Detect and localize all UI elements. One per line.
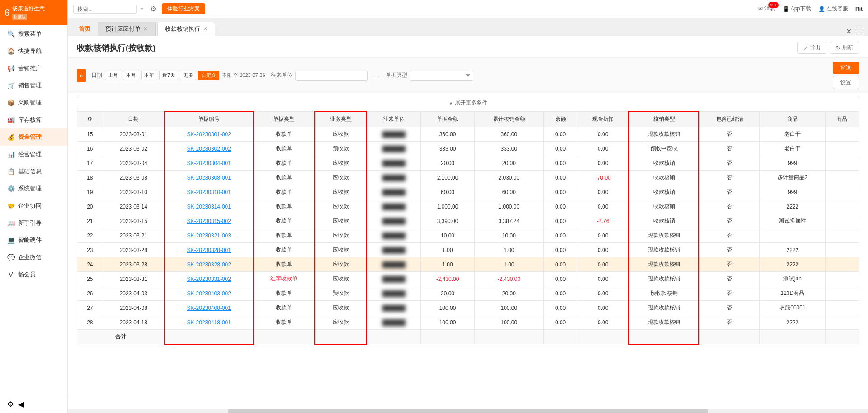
messages-badge[interactable]: ✉ 消息 99+ — [758, 5, 775, 13]
cell-writeoff-type: 现款收款核销 — [629, 301, 699, 315]
filter-date-this-year[interactable]: 本年 — [141, 71, 157, 80]
voucher-no-link[interactable]: SK-20230418-001 — [187, 319, 231, 326]
cell-goods: 测试jun — [760, 272, 826, 286]
cell-biz-type: 应收款 — [315, 127, 367, 142]
table-row: 252023-03-31SK-20230331-002红字收款单应收款█████… — [77, 272, 859, 286]
cell-biz-type: 应收款 — [315, 185, 367, 199]
page-title: 收款核销执行(按收款) — [77, 43, 156, 53]
cell-goods: 衣服00001 — [760, 301, 826, 315]
sidebar-collapse-icon[interactable]: ◀ — [18, 400, 24, 408]
cell-goods: 老白干 — [760, 127, 826, 142]
voucher-no-link[interactable]: SK-20230403-002 — [187, 290, 231, 297]
voucher-no-link[interactable]: SK-20230314-001 — [187, 204, 231, 210]
sidebar-item-basic[interactable]: 📋 基础信息 — [0, 163, 67, 180]
cell-cash-discount: 0.00 — [577, 272, 629, 286]
filter-bar: » 日期 上月 本月 本年 近7天 更多 自定义 不限 至 2023-07-26… — [68, 58, 868, 93]
sidebar-item-corp[interactable]: 🤝 企业协同 — [0, 197, 67, 214]
filter-date-this-month[interactable]: 本月 — [123, 71, 139, 80]
industry-solution-button[interactable]: 体验行业方案 — [162, 3, 205, 14]
sidebar-item-finance[interactable]: 💰 资金管理 — [0, 128, 67, 146]
scroll-thumb[interactable] — [228, 409, 708, 413]
col-goods2-header: 商品 — [825, 111, 859, 127]
page-header-actions: ↗ 导出 ↻ 刷新 — [797, 42, 859, 54]
sidebar-item-quicknav[interactable]: 🏠 快捷导航 — [0, 43, 67, 60]
voucher-no-link[interactable]: SK-20230302-002 — [187, 146, 231, 152]
table-row: 242023-03-28SK-20230328-002收款单应收款██████1… — [77, 257, 859, 272]
table-row: 162023-03-02SK-20230302-002收款单预收款██████3… — [77, 142, 859, 156]
cell-goods2 — [825, 301, 859, 315]
cell-goods2 — [825, 214, 859, 228]
topbar-search-input[interactable] — [73, 5, 137, 14]
col-settings-header[interactable]: ⚙ — [77, 111, 103, 127]
filter-date-last-month[interactable]: 上月 — [105, 71, 121, 80]
sidebar-item-guide[interactable]: 📖 新手引导 — [0, 214, 67, 232]
tab-prepay-close[interactable]: ✕ — [143, 26, 148, 32]
sidebar-item-purchase[interactable]: 📦 采购管理 — [0, 94, 67, 111]
voucher-no-link[interactable]: SK-20230315-002 — [187, 218, 231, 224]
topbar-settings-icon[interactable]: ⚙ — [150, 5, 156, 13]
cell-include-settled: 否 — [699, 214, 760, 228]
tab-prepay[interactable]: 预计应应付单 ✕ — [98, 22, 156, 36]
messages-icon: ✉ — [758, 5, 763, 12]
cell-cumulative: 100.00 — [474, 315, 543, 330]
online-support-link[interactable]: 👤 在线客服 — [818, 5, 848, 13]
cell-voucher-no: SK-20230304-001 — [165, 156, 254, 171]
cell-date: 2023-04-03 — [103, 286, 165, 301]
cell-goods2 — [825, 257, 859, 272]
voucher-no-link[interactable]: SK-20230304-001 — [187, 160, 231, 166]
sidebar-item-inventory[interactable]: 🏭 库存核算 — [0, 111, 67, 128]
filter-date-custom[interactable]: 自定义 — [198, 71, 219, 80]
cell-counterparty: ██████ — [367, 214, 421, 228]
filter-date-more[interactable]: 更多 — [180, 71, 196, 80]
voucher-no-link[interactable]: SK-20230328-001 — [187, 247, 231, 253]
cell-cash-discount: 0.00 — [577, 257, 629, 272]
user-avatar[interactable]: Rit — [855, 6, 863, 12]
cell-no: 20 — [77, 199, 103, 214]
sidebar-item-system[interactable]: ⚙️ 系统管理 — [0, 180, 67, 197]
export-button[interactable]: ↗ 导出 — [797, 42, 826, 54]
table-row: 192023-03-10SK-20230310-001收款单应收款██████6… — [77, 185, 859, 199]
sidebar-settings-icon[interactable]: ⚙ — [7, 400, 14, 408]
sidebar-item-search[interactable]: 🔍 搜索菜单 — [0, 25, 67, 43]
voucher-no-link[interactable]: SK-20230328-002 — [187, 261, 231, 268]
voucher-no-link[interactable]: SK-20230408-001 — [187, 305, 231, 311]
app-download-link[interactable]: 📱 App下载 — [783, 5, 811, 13]
voucher-no-link[interactable]: SK-20230310-001 — [187, 189, 231, 195]
filter-counterparty-input[interactable] — [295, 71, 368, 81]
sales-icon: 🛒 — [7, 82, 14, 89]
cell-goods: 多计量商品2 — [760, 171, 826, 185]
sidebar-item-operation[interactable]: 📊 经营管理 — [0, 146, 67, 163]
query-button[interactable]: 查询 — [833, 62, 859, 74]
col-voucher-type-header: 单据类型 — [254, 111, 315, 127]
cell-date: 2023-03-04 — [103, 156, 165, 171]
sidebar-item-wechat[interactable]: 💬 企业微信 — [0, 249, 67, 266]
expand-more-button[interactable]: ∨ 展开更多条件 — [77, 97, 859, 109]
voucher-no-link[interactable]: SK-20230301-002 — [187, 131, 231, 138]
cell-date: 2023-03-10 — [103, 185, 165, 199]
refresh-button[interactable]: ↻ 刷新 — [830, 42, 859, 54]
filter-expand-button[interactable]: » — [77, 69, 86, 82]
cell-goods2 — [825, 156, 859, 171]
col-include-settled-header: 包含已结清 — [699, 111, 760, 127]
cell-amount: 3,390.00 — [421, 214, 474, 228]
voucher-no-link[interactable]: SK-20230308-001 — [187, 175, 231, 181]
tab-home[interactable]: 首页 — [73, 22, 96, 36]
tab-collection-close[interactable]: ✕ — [203, 26, 208, 32]
sidebar-item-member[interactable]: V 畅会员 — [0, 266, 67, 283]
tab-collection[interactable]: 收款核销执行 ✕ — [157, 22, 215, 36]
sidebar-item-hardware[interactable]: 💻 智能硬件 — [0, 232, 67, 249]
filter-settings-button[interactable]: 设置 — [833, 76, 859, 89]
tab-maximize-icon[interactable]: ⛶ — [855, 28, 863, 36]
cell-cash-discount: 0.00 — [577, 315, 629, 330]
filter-voucher-type-select[interactable] — [410, 71, 473, 81]
cell-cash-discount: 0.00 — [577, 156, 629, 171]
wechat-icon: 💬 — [7, 254, 14, 261]
sidebar-item-sales[interactable]: 🛒 销售管理 — [0, 77, 67, 94]
cell-writeoff-type: 现款收款核销 — [629, 272, 699, 286]
tab-close-all-icon[interactable]: ✕ — [846, 27, 852, 36]
filter-date-7days[interactable]: 近7天 — [159, 71, 178, 80]
voucher-no-link[interactable]: SK-20230331-002 — [187, 276, 231, 282]
cell-balance: 0.00 — [543, 156, 577, 171]
sidebar-item-marketing[interactable]: 📢 营销推广 — [0, 60, 67, 77]
voucher-no-link[interactable]: SK-20230321-003 — [187, 233, 231, 239]
